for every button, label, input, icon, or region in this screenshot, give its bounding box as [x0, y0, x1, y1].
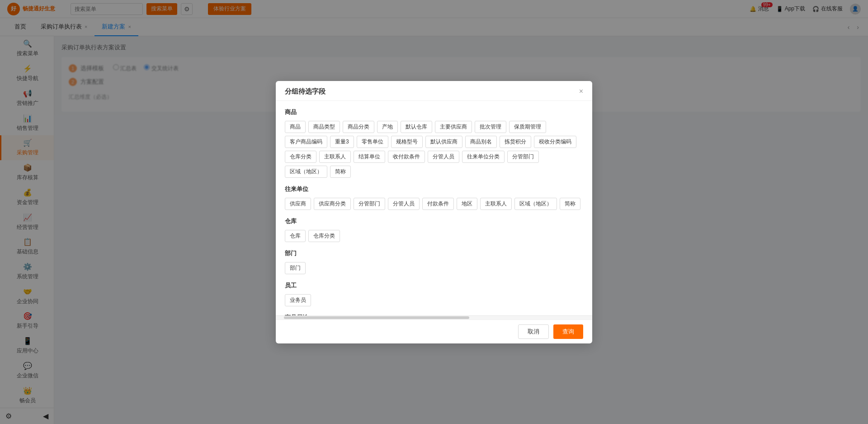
field-tag[interactable]: 区域（地区） [514, 198, 557, 210]
field-tag[interactable]: 主要供应商 [435, 121, 472, 133]
field-tags-warehouse: 仓库仓库分类 [285, 230, 583, 242]
field-tag[interactable]: 零售单位 [357, 136, 388, 148]
field-tag[interactable]: 重量3 [330, 136, 354, 148]
modal-hscroll [276, 315, 592, 319]
field-tag[interactable]: 客户商品编码 [285, 136, 327, 148]
field-tag[interactable]: 默认仓库 [401, 121, 432, 133]
field-tag[interactable]: 仓库分类 [285, 151, 316, 163]
field-tag[interactable]: 分管部门 [507, 151, 539, 163]
modal-header: 分组待选字段 × [276, 81, 592, 101]
field-tag[interactable]: 商品别名 [465, 136, 497, 148]
field-tag[interactable]: 地区 [457, 198, 477, 210]
field-tag[interactable]: 业务员 [285, 294, 311, 306]
modal-body[interactable]: 商品商品商品类型商品分类产地默认仓库主要供应商批次管理保质期管理客户商品编码重量… [276, 101, 592, 316]
field-tag[interactable]: 结算单位 [354, 151, 385, 163]
field-tag[interactable]: 商品类型 [308, 121, 340, 133]
hscroll-thumb [284, 316, 469, 319]
field-tag[interactable]: 简称 [330, 166, 351, 178]
section-partner: 往来单位供应商供应商分类分管部门分管人员付款条件地区主联系人区域（地区）简称 [285, 185, 583, 210]
field-tag[interactable]: 拣货积分 [500, 136, 531, 148]
field-tag[interactable]: 主联系人 [480, 198, 512, 210]
cancel-button[interactable]: 取消 [518, 324, 549, 339]
field-tag[interactable]: 部门 [285, 262, 306, 274]
field-tag[interactable]: 商品 [285, 121, 306, 133]
field-tag[interactable]: 收付款条件 [388, 151, 425, 163]
section-title-partner: 往来单位 [285, 185, 583, 193]
field-tags-department: 部门 [285, 262, 583, 274]
field-tag[interactable]: 产地 [377, 121, 398, 133]
modal-close-button[interactable]: × [579, 87, 583, 95]
field-tag[interactable]: 规格型号 [391, 136, 423, 148]
field-tag[interactable]: 区域（地区） [285, 166, 327, 178]
modal-title: 分组待选字段 [285, 87, 326, 96]
section-product: 商品商品商品类型商品分类产地默认仓库主要供应商批次管理保质期管理客户商品编码重量… [285, 108, 583, 178]
field-tag[interactable]: 批次管理 [475, 121, 506, 133]
section-title-department: 部门 [285, 249, 583, 257]
section-department: 部门部门 [285, 249, 583, 274]
section-title-product: 商品 [285, 108, 583, 116]
section-title-employee: 员工 [285, 281, 583, 290]
field-tag[interactable]: 分管部门 [354, 198, 385, 210]
field-tag[interactable]: 仓库分类 [308, 230, 340, 242]
field-tag[interactable]: 税收分类编码 [534, 136, 576, 148]
field-tag[interactable]: 往来单位分类 [462, 151, 505, 163]
field-tag[interactable]: 保质期管理 [509, 121, 546, 133]
field-tag[interactable]: 仓库 [285, 230, 306, 242]
field-tag[interactable]: 供应商 [285, 198, 311, 210]
field-tags-employee: 业务员 [285, 294, 583, 306]
section-title-warehouse: 仓库 [285, 217, 583, 225]
field-tags-partner: 供应商供应商分类分管部门分管人员付款条件地区主联系人区域（地区）简称 [285, 198, 583, 210]
modal-overlay: 分组待选字段 × 商品商品商品类型商品分类产地默认仓库主要供应商批次管理保质期管… [0, 0, 868, 424]
modal-footer: 取消 查询 [276, 319, 592, 343]
field-tag[interactable]: 供应商分类 [314, 198, 351, 210]
confirm-button[interactable]: 查询 [553, 324, 583, 339]
field-tag[interactable]: 简称 [560, 198, 580, 210]
field-tag[interactable]: 分管人员 [428, 151, 459, 163]
field-tag[interactable]: 商品分类 [343, 121, 374, 133]
field-tag[interactable]: 默认供应商 [425, 136, 462, 148]
field-tags-product: 商品商品类型商品分类产地默认仓库主要供应商批次管理保质期管理客户商品编码重量3零… [285, 121, 583, 178]
field-tag[interactable]: 分管人员 [388, 198, 420, 210]
section-warehouse: 仓库仓库仓库分类 [285, 217, 583, 242]
field-tag[interactable]: 付款条件 [422, 198, 454, 210]
field-tag[interactable]: 主联系人 [319, 151, 351, 163]
field-select-modal: 分组待选字段 × 商品商品商品类型商品分类产地默认仓库主要供应商批次管理保质期管… [276, 81, 592, 343]
section-employee: 员工业务员 [285, 281, 583, 306]
